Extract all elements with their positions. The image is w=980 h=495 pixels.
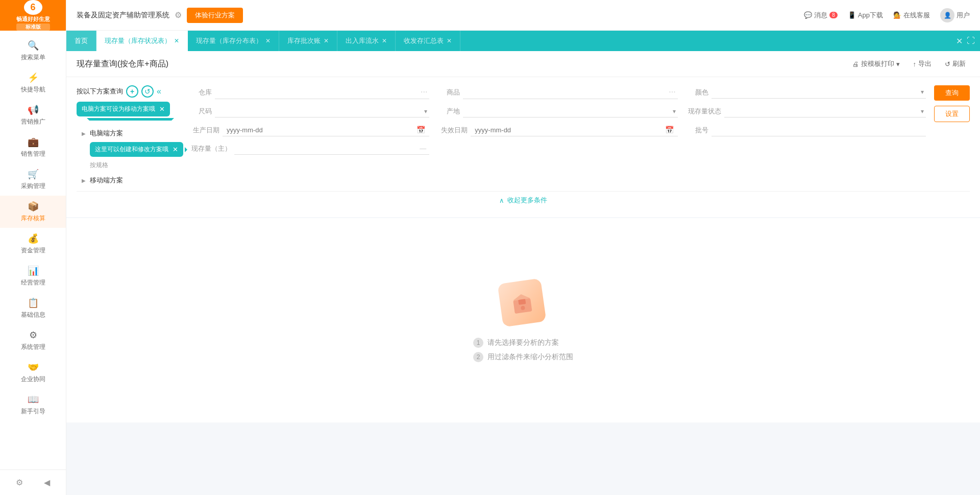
print-btn[interactable]: 🖨 按模板打印 ▾ (848, 57, 904, 70)
tab-batch-ledger-close[interactable]: ✕ (324, 37, 329, 44)
sidebar-item-finance-label: 资金管理 (21, 246, 45, 255)
filter-invstatus-label: 现存量状态 (688, 107, 721, 116)
filter-expdate-field: 失效日期 📅 (439, 124, 677, 136)
proddate-calendar-icon[interactable]: 📅 (416, 126, 425, 134)
collapse-footer-btn[interactable]: ◀ (44, 478, 50, 487)
filter-invqty-text[interactable] (234, 145, 416, 152)
sidebar-item-system[interactable]: ⚙ 系统管理 (0, 324, 66, 357)
app-label: App下载 (858, 11, 883, 20)
user-item[interactable]: 👤 用户 (940, 8, 970, 22)
trial-button[interactable]: 体验行业方案 (187, 8, 243, 23)
settings-footer-btn[interactable]: ⚙ (16, 478, 23, 487)
filter-size-input[interactable]: ▾ (215, 105, 429, 117)
add-tooltip-close[interactable]: ✕ (159, 105, 165, 113)
filter-warehouse-dots[interactable]: ··· (419, 87, 429, 97)
expdate-calendar-icon[interactable]: 📅 (665, 126, 674, 134)
sidebar-item-sales[interactable]: 💼 销售管理 (0, 131, 66, 163)
filter-refresh-btn[interactable]: ↺ (141, 85, 154, 98)
sidebar-item-purchase[interactable]: 🛒 采购管理 (0, 163, 66, 196)
header-settings-icon[interactable]: ⚙ (175, 10, 182, 20)
system-icon: ⚙ (29, 329, 37, 341)
filter-color-input[interactable]: ▾ (712, 86, 926, 99)
empty-tip-2: 2 用过滤条件来缩小分析范围 (473, 352, 573, 362)
filter-invstatus-text[interactable] (724, 107, 919, 115)
collapse-btn[interactable]: ∧ 收起更多条件 (77, 191, 970, 209)
filter-proddate-input[interactable]: 📅 (223, 124, 429, 136)
empty-state-area: 1 请先选择要分析的方案 2 用过滤条件来缩小分析范围 (66, 218, 980, 422)
reset-button[interactable]: 设置 (934, 106, 970, 122)
tab-home[interactable]: 首页 (66, 31, 96, 51)
export-btn[interactable]: ↑ 导出 (909, 57, 936, 70)
scheme-mobile[interactable]: ▶ 移动端方案 (82, 174, 183, 187)
color-dropdown-arrow[interactable]: ▾ (919, 88, 926, 96)
tab-expand-btn[interactable]: ⛶ (967, 36, 975, 45)
sidebar-item-finance[interactable]: 💰 资金管理 (0, 228, 66, 260)
filter-color-text[interactable] (712, 88, 919, 96)
purchase-icon: 🛒 (28, 169, 39, 180)
origin-dropdown-arrow[interactable]: ▾ (671, 108, 678, 115)
sidebar-item-quick[interactable]: ⚡ 快捷导航 (0, 67, 66, 99)
sidebar-logo: 6 畅通好好生意 标准版 (0, 0, 66, 31)
tab-inout-flow-label: 出入库流水 (346, 36, 379, 45)
sidebar-item-inventory[interactable]: 📦 库存核算 (0, 196, 66, 228)
system-name: 装备及固定资产辅助管理系统 (77, 11, 169, 20)
header-left: 装备及固定资产辅助管理系统 ⚙ 体验行业方案 (77, 8, 243, 23)
filter-proddate-text[interactable] (227, 126, 416, 134)
tab-inventory-status[interactable]: 现存量（库存状况表） ✕ (96, 31, 188, 51)
tab-inout-flow[interactable]: 出入库流水 ✕ (337, 31, 396, 51)
refresh-btn[interactable]: ↺ 刷新 (941, 57, 970, 70)
filter-invqty-label: 现存量（主） (191, 144, 231, 153)
logo-icon: 6 (24, 0, 42, 15)
filter-warehouse-text[interactable] (215, 88, 419, 96)
tab-inventory-dist[interactable]: 现存量（库存分布表） ✕ (188, 31, 279, 51)
edit-tooltip-close[interactable]: ✕ (173, 146, 178, 153)
sidebar-item-basic[interactable]: 📋 基础信息 (0, 292, 66, 324)
scheme-desktop-sub[interactable]: 按规格 (90, 159, 183, 172)
filter-expdate-text[interactable] (475, 126, 665, 134)
scheme-desktop[interactable]: ▶ 电脑端方案 (82, 127, 183, 140)
sidebar-item-search[interactable]: 🔍 搜索菜单 (0, 35, 66, 67)
tab-batch-ledger[interactable]: 库存批次账 ✕ (279, 31, 337, 51)
filter-product-field: 商品 ··· (439, 85, 677, 99)
filter-add-btn[interactable]: + (126, 85, 138, 98)
filter-origin-text[interactable] (463, 107, 670, 115)
user-avatar: 👤 (940, 8, 954, 22)
filter-product-dots[interactable]: ··· (667, 87, 677, 97)
app-download-item[interactable]: 📱 App下载 (848, 11, 883, 20)
filter-batchno-input[interactable] (712, 124, 926, 136)
tab-inout-flow-close[interactable]: ✕ (382, 37, 387, 44)
sidebar-item-system-label: 系统管理 (21, 343, 45, 351)
tab-bar: 首页 现存量（库存状况表） ✕ 现存量（库存分布表） ✕ 库存批次账 ✕ 出入库… (66, 31, 980, 51)
message-item[interactable]: 💬 消息 8 (804, 11, 838, 20)
sidebar-item-marketing[interactable]: 📢 营销推广 (0, 99, 66, 131)
size-dropdown-arrow[interactable]: ▾ (422, 108, 429, 115)
filter-warehouse-input[interactable]: ··· (215, 85, 429, 99)
sidebar-item-operation[interactable]: 📊 经营管理 (0, 260, 66, 292)
tab-close-all-btn[interactable]: ✕ (956, 36, 963, 46)
tab-inventory-dist-close[interactable]: ✕ (265, 37, 271, 44)
filter-expdate-input[interactable]: 📅 (471, 124, 677, 136)
filter-batchno-field: 批号 (688, 124, 926, 136)
guide-icon: 📖 (28, 394, 39, 405)
filter-origin-input[interactable]: ▾ (463, 105, 677, 117)
tab-receive-summary-close[interactable]: ✕ (447, 37, 452, 44)
filter-fields-area: 仓库 ··· 商品 ··· (191, 85, 926, 155)
search-button[interactable]: 查询 (934, 85, 970, 101)
filter-product-input[interactable]: ··· (463, 85, 677, 99)
tab-inventory-status-close[interactable]: ✕ (174, 37, 179, 44)
filter-size-text[interactable] (215, 107, 422, 115)
filter-arrow-left-btn[interactable]: « (157, 87, 161, 96)
scheme-desktop-label: 电脑端方案 (90, 129, 123, 138)
empty-illustration (495, 278, 551, 329)
sidebar-item-enterprise[interactable]: 🤝 企业协同 (0, 357, 66, 389)
service-icon: 💁 (893, 11, 901, 19)
filter-invstatus-input[interactable]: ▾ (724, 105, 926, 117)
service-item[interactable]: 💁 在线客服 (893, 11, 930, 20)
sidebar-item-guide[interactable]: 📖 新手引导 (0, 389, 66, 421)
marketing-icon: 📢 (28, 104, 39, 115)
filter-batchno-text[interactable] (712, 126, 926, 134)
invstatus-dropdown-arrow[interactable]: ▾ (919, 108, 926, 115)
filter-product-text[interactable] (463, 88, 667, 96)
tab-receive-summary[interactable]: 收发存汇总表 ✕ (396, 31, 460, 51)
filter-invqty-input[interactable]: — (234, 143, 429, 155)
